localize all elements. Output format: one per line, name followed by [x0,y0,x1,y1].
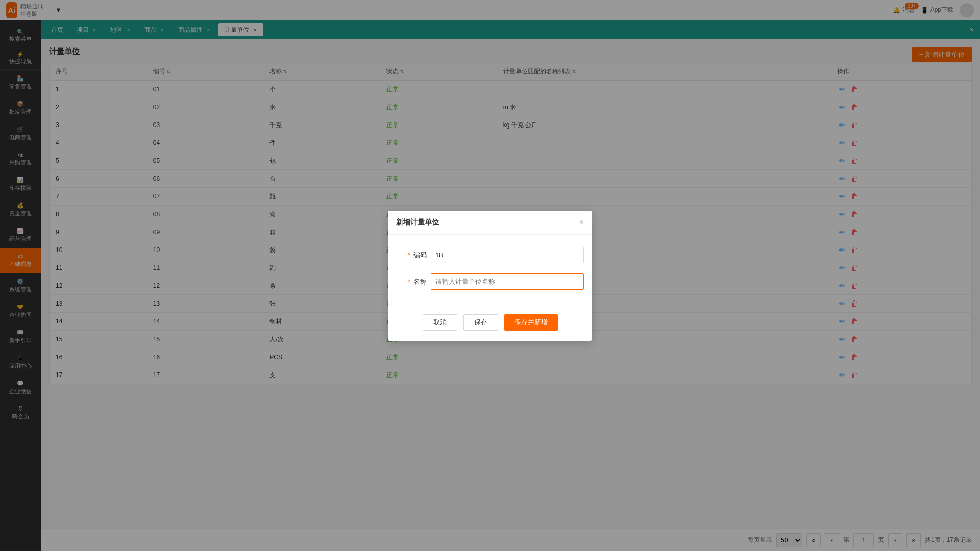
modal-body: * 编码 * 名称 [388,235,592,308]
modal-title: 新增计量单位 [396,218,439,227]
code-required-star: * [408,251,410,259]
name-label: * 名称 [396,277,427,286]
code-input[interactable] [431,247,584,263]
modal-overlay[interactable]: 新增计量单位 × * 编码 * 名称 取消 保存 保存并新增 [0,0,980,551]
form-row-code: * 编码 [396,247,584,263]
name-input[interactable] [431,273,584,290]
form-row-name: * 名称 [396,273,584,290]
modal-header: 新增计量单位 × [388,211,592,235]
save-and-new-button[interactable]: 保存并新增 [504,314,558,331]
add-unit-modal: 新增计量单位 × * 编码 * 名称 取消 保存 保存并新增 [388,211,592,341]
modal-footer: 取消 保存 保存并新增 [388,308,592,341]
cancel-button[interactable]: 取消 [423,314,457,331]
code-label: * 编码 [396,251,427,260]
save-button[interactable]: 保存 [463,314,498,331]
name-required-star: * [408,278,410,285]
modal-close-button[interactable]: × [579,218,584,227]
